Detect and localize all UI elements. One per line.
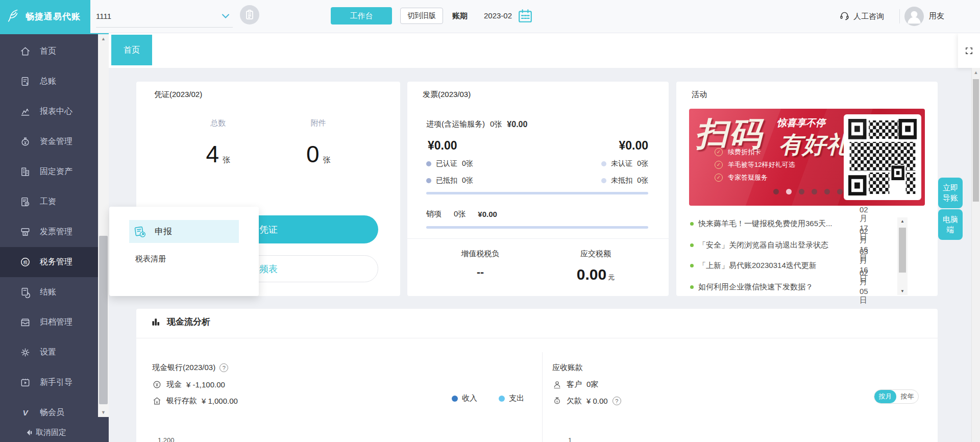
carousel-dot[interactable] [837,189,843,194]
invoice-status-row-1: 已认证0张 未认证0张 [426,159,648,168]
help-icon[interactable]: ? [219,363,228,372]
svg-text:¥: ¥ [26,81,29,86]
period-value[interactable]: 2023-02 [484,11,512,20]
avatar[interactable] [904,7,924,26]
banner-bullet: 羊毛被等12样好礼可选 [728,160,795,169]
carousel-dot-active[interactable] [786,189,792,194]
building-icon [19,166,31,178]
sidebar-item-archive[interactable]: 归档管理 [0,307,98,337]
invoice-status-row-2: 已抵扣0张 未抵扣0张 [426,176,648,185]
bank-icon [152,396,162,406]
sidebar-item-guide[interactable]: 新手引导 [0,367,98,398]
sidebar-item-label: 报表中心 [40,106,72,117]
activity-card: 活动 扫码 惊喜享不停 有好礼 ✓续费折扣卡 ✓羊毛被等12样好礼可选 ✓专家答… [676,82,938,296]
news-item[interactable]: 快来薅羊毛！一键报税免费使用365天... 02月17日 [690,218,842,229]
sidebar-item-fixed-assets[interactable]: 固定资产 [0,157,98,187]
collapse-icon [26,428,34,437]
feather-logo-icon [6,8,21,26]
toggle-monthly[interactable]: 按月 [874,390,896,403]
account-selector[interactable]: 1111 [96,5,233,28]
svg-text:税: 税 [23,260,28,265]
carousel-dot[interactable] [773,189,779,194]
pc-client-button[interactable]: 电脑端 [938,209,963,240]
stat-value: 4 [206,141,219,167]
carousel-dot[interactable] [799,189,804,194]
input-progress-bar [426,192,648,194]
voucher-stats: 总数 4张 附件 0张 [136,118,400,168]
stat-label: 总数 [168,118,268,128]
section-divider [542,352,543,442]
status-count: 0张 [462,176,473,185]
row-label: 银行存款 [166,396,197,406]
page-scrollbar[interactable]: ▲ [971,68,980,442]
submenu-item-declare[interactable]: 申报 [129,220,239,243]
sidebar-item-invoices[interactable]: 发票管理 [0,217,98,247]
news-bullet-icon [690,264,694,267]
sidebar-scrollbar-thumb[interactable] [99,236,108,404]
page-scrollbar-thumb[interactable] [973,79,979,202]
uncertified-amount: ¥0.00 [619,139,648,153]
footer-label: 应交税额 [538,249,653,259]
sidebar-item-member[interactable]: V 畅会员 [0,398,98,428]
tab-home[interactable]: 首页 [111,35,152,65]
output-count: 0张 [454,209,465,219]
news-scrollbar-thumb[interactable] [899,228,906,273]
voucher-card-title: 凭证(2023/02) [154,90,202,100]
username[interactable]: 用友 [929,11,944,21]
workbench-button[interactable]: 工作台 [331,7,392,24]
output-progress-bar [426,226,648,229]
sidebar-item-report-center[interactable]: 报表中心 [0,96,98,127]
scroll-up-icon[interactable]: ▲ [972,70,980,75]
calendar-icon[interactable] [518,8,533,24]
row-value: 0家 [586,380,598,389]
logo-text: 畅捷通易代账 [26,11,81,22]
news-item[interactable]: 如何利用企业微信快速下发数据？ 02月05日 [690,282,842,292]
voucher-stat-total: 总数 4张 [168,118,268,168]
scroll-up-icon[interactable]: ▲ [897,219,908,224]
scroll-up-icon[interactable]: ▲ [98,36,109,41]
sidebar-item-payroll[interactable]: 工资 [0,187,98,217]
sidebar-item-general-ledger[interactable]: ¥ 总账 [0,66,98,96]
fullscreen-button[interactable] [958,33,980,68]
invoice-card-title: 发票(2023/03) [423,90,471,100]
submenu-item-tax-list[interactable]: 税表清册 [135,254,166,264]
news-item[interactable]: 「上新」易代账20230314迭代更新 03月16日 [690,260,842,271]
banner-bullets: ✓续费折扣卡 ✓羊毛被等12样好礼可选 ✓专家答疑服务 [715,145,795,184]
scroll-down-icon[interactable]: ▼ [897,289,908,293]
sidebar-item-label: 固定资产 [40,166,72,177]
sidebar-item-home[interactable]: 首页 [0,36,98,66]
notepad-icon[interactable] [240,5,259,24]
news-scrollbar[interactable]: ▲ ▼ [897,217,908,295]
sidebar-item-settings[interactable]: 设置 [0,337,98,367]
switch-old-version-button[interactable]: 切到旧版 [400,8,443,24]
customer-row: 客户 0家 [552,380,598,389]
sidebar-item-funds[interactable]: 资金管理 [0,127,98,157]
news-text: 快来薅羊毛！一键报税免费使用365天... [698,219,842,229]
check-icon: ✓ [715,148,723,156]
cash-row: 现金 ¥ -1,100.00 [152,380,225,389]
gear-icon [19,347,31,358]
scroll-down-icon[interactable]: ▼ [98,410,109,415]
promo-banner[interactable]: 扫码 惊喜享不停 有好礼 ✓续费折扣卡 ✓羊毛被等12样好礼可选 ✓专家答疑服务 [689,109,925,206]
support-label: 人工咨询 [853,12,884,21]
sidebar-item-closing[interactable]: 结账 [0,277,98,307]
carousel-dot[interactable] [812,189,817,194]
human-support-button[interactable]: 人工咨询 [839,10,884,22]
sidebar-item-tax[interactable]: 税 税务管理 [0,247,98,277]
invoice-amounts: ¥0.00 ¥0.00 [428,139,648,153]
sidebar-item-label: 首页 [40,46,56,57]
import-account-button[interactable]: 立即导账 [938,178,963,208]
sidebar-scrollbar[interactable]: ▲ ▼ [98,34,109,417]
news-item[interactable]: 「安全」关闭浏览器自动退出登录状态 02月16日 [690,240,842,250]
status-label: 未抵扣 [611,176,632,185]
account-selector-value: 1111 [96,12,111,20]
payroll-icon [19,196,31,208]
banner-tagline: 惊喜享不停 [777,116,825,130]
unpin-sidebar-button[interactable]: 取消固定 [26,428,66,437]
help-icon[interactable]: ? [612,397,621,405]
toggle-yearly[interactable]: 按年 [896,390,918,403]
legend-label: 支出 [509,394,524,403]
status-label: 未认证 [611,159,632,168]
carousel-dot[interactable] [824,189,830,194]
qr-code [844,114,921,200]
